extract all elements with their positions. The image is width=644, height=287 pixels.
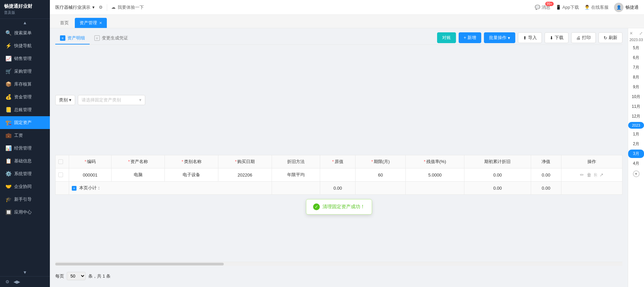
sidebar-item-basic-info[interactable]: 📋 基础信息	[0, 155, 50, 167]
tabbar: 首页 资产管理 ✕	[50, 15, 644, 28]
sidebar-scroll-down[interactable]: ▼	[0, 268, 50, 276]
category-chevron-icon: ▾	[69, 97, 71, 102]
app-center-icon: 🔲	[5, 209, 11, 215]
refresh-button[interactable]: ↻ 刷新	[599, 32, 622, 43]
arrow-down-circle-icon[interactable]: ▼	[633, 170, 640, 177]
sub-tab-voucher-label: 变更生成凭证	[102, 35, 128, 41]
month-8[interactable]: 8月	[628, 73, 644, 82]
company-selector[interactable]: 医疗器械行业演示 ▾	[55, 4, 95, 10]
subtotal-icon: ≡	[72, 186, 76, 191]
row-net-value: 0.00	[531, 168, 561, 182]
row-category: 电子设备	[165, 168, 218, 182]
sidebar-item-quicknav[interactable]: ⚡ 快捷导航	[0, 39, 50, 52]
sidebar-item-sales[interactable]: 📈 销售管理	[0, 52, 50, 65]
subtotal-row: ≡ 本页小计： 0.00 0.00 0.00	[56, 182, 622, 195]
month-6[interactable]: 6月	[628, 54, 644, 62]
year-label: 2023.03	[628, 37, 644, 42]
message-icon: 💬	[535, 5, 540, 10]
category-value-select[interactable]: 请选择固定资产类别 ▾	[78, 95, 145, 105]
topbar-right: 💬 消息 99+ 📱 App下载 👨‍💼 在线客服 👤 畅捷通	[535, 3, 639, 12]
tab-close-icon[interactable]: ✕	[99, 21, 102, 25]
download-button[interactable]: ⬇ 下载	[545, 32, 569, 43]
experience-button[interactable]: ☁ 我要体验一下	[111, 4, 144, 10]
batch-button[interactable]: 批量操作 ▾	[484, 32, 515, 43]
category-label: 类别	[59, 97, 68, 103]
sidebar-item-payroll[interactable]: 💼 工资	[0, 129, 50, 142]
row-name: 电脑	[111, 168, 165, 182]
sidebar-item-system-label: 系统管理	[14, 171, 32, 177]
sub-tab-voucher[interactable]: ≡ 变更生成凭证	[90, 32, 133, 44]
settings-icon[interactable]: ⚙	[5, 279, 9, 284]
header-original-value: *原值	[320, 155, 355, 168]
delete-icon[interactable]: 🗑	[587, 172, 591, 178]
new-button[interactable]: + 新增	[459, 32, 481, 43]
edit-icon[interactable]: ✏	[580, 172, 584, 178]
chevron-down-icon: ▾	[92, 5, 95, 10]
tab-home[interactable]: 首页	[55, 18, 73, 28]
sidebar-item-inventory[interactable]: 📦 库存核算	[0, 78, 50, 91]
sidebar-item-search[interactable]: 🔍 搜索菜单	[0, 27, 50, 39]
sidebar-item-payroll-label: 工资	[14, 132, 23, 138]
sidebar-item-finance-label: 资金管理	[14, 94, 32, 100]
sidebar-item-system[interactable]: ⚙️ 系统管理	[0, 167, 50, 180]
sidebar-item-fixed-assets[interactable]: 🏗️ 固定资产	[0, 116, 50, 129]
month-7[interactable]: 7月	[628, 63, 644, 72]
row-checkbox-cell	[56, 168, 69, 182]
more-icon[interactable]: ↗	[600, 172, 604, 178]
header-purchase-date: *购买日期	[218, 155, 272, 168]
online-service-label: 在线客服	[591, 4, 609, 10]
sidebar-item-purchase[interactable]: 🛒 采购管理	[0, 65, 50, 78]
topbar-divider	[107, 4, 107, 11]
print-label: 打印	[582, 35, 591, 41]
sidebar-item-app-center-label: 应用中心	[14, 209, 32, 215]
filter-row: 类别 ▾ 请选择固定资产类别 ▾	[55, 48, 622, 152]
per-page-label: 每页	[55, 273, 64, 279]
scrollbar-thumb[interactable]	[55, 263, 224, 265]
close-panel-icon[interactable]: ✕	[630, 31, 633, 36]
online-service-button[interactable]: 👨‍💼 在线客服	[584, 4, 609, 10]
month-12[interactable]: 12月	[628, 112, 644, 121]
expand-panel-icon[interactable]: ⤢	[639, 31, 643, 36]
import-button[interactable]: ⬆ 导入	[518, 32, 542, 43]
settings-gear-icon[interactable]: ⚙	[99, 5, 103, 10]
sidebar-item-app-center[interactable]: 🔲 应用中心	[0, 206, 50, 219]
select-all-checkbox[interactable]	[58, 159, 63, 164]
sidebar-item-finance[interactable]: 💰 资金管理	[0, 91, 50, 103]
horizontal-scrollbar[interactable]	[55, 262, 622, 266]
sidebar-item-enterprise[interactable]: 🤝 企业协同	[0, 180, 50, 193]
user-profile[interactable]: 👤 畅捷通	[614, 3, 639, 12]
month-4[interactable]: 4月	[628, 159, 644, 168]
collapse-icon[interactable]: ◀▶	[13, 279, 20, 284]
toast-check-icon: ✓	[313, 203, 320, 210]
sidebar-item-newbie[interactable]: 🎓 新手引导	[0, 193, 50, 206]
month-5[interactable]: 5月	[628, 44, 644, 52]
copy-icon[interactable]: ⎘	[594, 172, 597, 178]
month-3-current[interactable]: 3月	[628, 150, 644, 158]
month-2[interactable]: 2月	[628, 140, 644, 148]
refresh-icon: ↻	[604, 35, 607, 40]
month-11[interactable]: 11月	[628, 102, 644, 111]
sidebar-item-ledger[interactable]: 📒 总账管理	[0, 103, 50, 116]
tab-asset-management[interactable]: 资产管理 ✕	[75, 18, 107, 28]
sidebar-scroll-up[interactable]: ▲	[0, 19, 50, 27]
per-page-select[interactable]: 20 50 100 200	[67, 272, 86, 280]
reconcile-button[interactable]: 对账	[437, 32, 456, 43]
experience-icon: ☁	[111, 5, 116, 10]
basic-info-icon: 📋	[5, 158, 11, 164]
row-checkbox[interactable]	[58, 172, 63, 177]
newbie-icon: 🎓	[5, 196, 11, 202]
print-icon: 🖨	[576, 35, 581, 40]
month-1[interactable]: 1月	[628, 130, 644, 138]
category-select[interactable]: 类别 ▾	[55, 95, 75, 105]
sidebar-item-operations[interactable]: 📊 经营管理	[0, 142, 50, 155]
print-button[interactable]: 🖨 打印	[571, 32, 596, 43]
pagination: 每页 20 50 100 200 条，共 1 条	[55, 269, 622, 283]
finance-icon: 💰	[5, 94, 11, 100]
month-9[interactable]: 9月	[628, 83, 644, 91]
app-download-button[interactable]: 📱 App下载	[556, 4, 579, 10]
avatar: 👤	[614, 3, 623, 12]
download-icon: ⬇	[550, 35, 553, 40]
month-10[interactable]: 10月	[628, 93, 644, 101]
sub-tab-asset-detail[interactable]: ≡ 资产明细	[55, 32, 90, 44]
message-button[interactable]: 💬 消息 99+	[535, 4, 550, 10]
